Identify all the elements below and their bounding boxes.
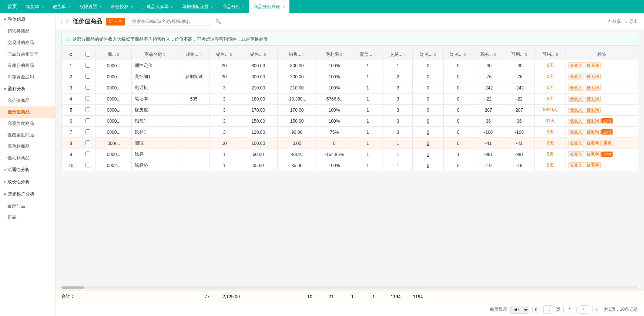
row-checkbox[interactable] (85, 107, 90, 112)
nav-item-analysis-list[interactable]: 商品分析列表 × (249, 0, 289, 13)
td-stock2: -19 (504, 160, 535, 171)
td-checkbox[interactable] (80, 138, 96, 149)
td-days: 31天 (535, 116, 566, 127)
sidebar-group-header-growth[interactable]: > 成长性分析 (0, 176, 55, 188)
td-name: 鼠标垫 (132, 160, 178, 171)
td-checkbox[interactable] (80, 116, 96, 127)
browse-link[interactable]: 0 (427, 141, 429, 146)
horizontal-scrollbar[interactable] (61, 286, 638, 289)
row-checkbox[interactable] (85, 63, 90, 68)
td-checkbox[interactable] (80, 149, 96, 160)
sidebar-item-new-goods[interactable]: 新品 (0, 212, 55, 223)
close-icon[interactable]: × (100, 4, 102, 9)
close-icon[interactable]: × (242, 4, 245, 9)
sidebar-item-high-coverage[interactable]: 高覆盖度商品 (0, 118, 55, 129)
settings-icon[interactable]: ⚙ (69, 52, 73, 57)
export-button[interactable]: ↓ 导出 (625, 18, 638, 25)
search-input[interactable] (129, 17, 210, 26)
browse-link[interactable]: 0 (427, 130, 429, 135)
sidebar-item-low-coverage[interactable]: 低覆盖度商品 (0, 129, 55, 141)
browse-link[interactable]: 0 (427, 108, 429, 113)
first-page-button[interactable]: K (532, 306, 540, 313)
close-icon[interactable]: × (211, 4, 213, 9)
th-checkbox[interactable] (80, 49, 96, 60)
td-browse1[interactable]: 0 (413, 60, 444, 71)
browse-link[interactable]: 1 (427, 152, 429, 157)
per-page-select[interactable]: 50 100 200 (510, 306, 529, 314)
row-checkbox[interactable] (85, 152, 90, 156)
td-browse1[interactable]: 0 (413, 105, 444, 116)
td-browse1[interactable]: 0 (413, 127, 444, 138)
sidebar-item-high-profit[interactable]: 高毛利商品 (0, 141, 55, 152)
td-browse1[interactable]: 0 (413, 71, 444, 82)
total-trade: 21 (321, 294, 341, 299)
last-page-button[interactable]: >| (592, 306, 601, 313)
sidebar-item-category-rate[interactable]: 商品分类销售率 (0, 48, 55, 60)
browse-link[interactable]: 0 (427, 85, 429, 91)
td-tags: 低收入低毛利 (566, 94, 638, 105)
search-icon[interactable]: 🔍 (215, 19, 221, 24)
total-label: 合计： (61, 293, 84, 300)
close-icon[interactable]: × (171, 4, 173, 9)
close-icon[interactable]: × (131, 4, 133, 9)
sidebar-item-low-profit[interactable]: 低毛利商品 (0, 152, 55, 164)
row-checkbox[interactable] (85, 129, 90, 134)
close-icon[interactable]: × (68, 4, 70, 9)
sidebar-item-stocked-goods[interactable]: 有库存的商品 (0, 60, 55, 71)
row-checkbox[interactable] (85, 74, 90, 79)
collapse-button[interactable]: 《 (61, 18, 69, 25)
page-input[interactable] (563, 306, 577, 313)
td-checkbox[interactable] (80, 127, 96, 138)
sidebar-item-all-goods[interactable]: 全部商品 (0, 200, 55, 212)
sidebar-item-stock-capital[interactable]: 库存资金占用 (0, 71, 55, 83)
sidebar-group-header-profit[interactable]: ∨ 盈利分析 (0, 83, 55, 95)
td-checkbox[interactable] (80, 160, 96, 171)
td-browse1[interactable]: 0 (413, 116, 444, 127)
nav-item-purchase[interactable]: 进货单 × (48, 0, 75, 13)
close-icon[interactable]: × (282, 4, 285, 9)
nav-item-template[interactable]: 单据模板设置 × (178, 0, 218, 13)
browse-link[interactable]: 0 (427, 74, 429, 79)
sidebar-item-high-value[interactable]: 高价值商品 (0, 95, 55, 106)
prev-page-button[interactable]: 〈 (543, 305, 553, 314)
sidebar-item-sales-goods[interactable]: 销售类商品 (0, 26, 55, 37)
tag-hot: 热销 (601, 152, 613, 157)
browse-link[interactable]: 0 (427, 163, 429, 168)
td-checkbox[interactable] (80, 82, 96, 94)
nav-item-sales[interactable]: 销货单 × (21, 0, 48, 13)
next-page-button[interactable]: 〉 (580, 305, 589, 314)
td-browse1[interactable]: 0 (413, 82, 444, 94)
td-browse1[interactable]: 0 (413, 94, 444, 105)
nav-item-analysis[interactable]: 商品分析 × (218, 0, 249, 13)
filter-tag[interactable]: 近一月 (106, 18, 125, 26)
row-checkbox[interactable] (85, 140, 90, 145)
td-browse1[interactable]: 0 (413, 138, 444, 149)
td-checkbox[interactable] (80, 105, 96, 116)
sidebar-group-header-overall[interactable]: ∨ 整体信息 (0, 13, 55, 26)
share-button[interactable]: ↗ 分享 (607, 18, 621, 25)
select-all-checkbox[interactable] (85, 52, 90, 57)
td-checkbox[interactable] (80, 94, 96, 105)
sidebar-item-traded-goods[interactable]: 交易过的商品 (0, 37, 55, 48)
browse-link[interactable]: 0 (427, 63, 429, 68)
browse-link[interactable]: 0 (427, 96, 429, 102)
td-checkbox[interactable] (80, 60, 96, 71)
row-checkbox[interactable] (85, 96, 90, 101)
td-sale1: 100.00 (239, 138, 278, 149)
nav-item-role[interactable]: 角色授权 × (106, 0, 137, 13)
nav-item-products[interactable]: 产成品入库单 × (138, 0, 178, 13)
row-checkbox[interactable] (85, 118, 90, 123)
nav-item-home[interactable]: 首页 (3, 0, 21, 13)
nav-item-permission[interactable]: 权限设置 × (75, 0, 106, 13)
sidebar-item-low-value[interactable]: 低价值商品 (0, 106, 55, 118)
browse-link[interactable]: 0 (427, 119, 429, 124)
sidebar-group-header-marketing[interactable]: ∨ 营销推广分析 (0, 188, 55, 200)
td-checkbox[interactable] (80, 71, 96, 82)
th-settings[interactable]: ⚙ (62, 49, 80, 60)
td-browse1[interactable]: 1 (413, 149, 444, 160)
row-checkbox[interactable] (85, 163, 90, 167)
sidebar-group-header-flow[interactable]: > 流通性分析 (0, 164, 55, 176)
td-browse1[interactable]: 0 (413, 160, 444, 171)
row-checkbox[interactable] (85, 85, 90, 90)
close-icon[interactable]: × (41, 4, 44, 9)
